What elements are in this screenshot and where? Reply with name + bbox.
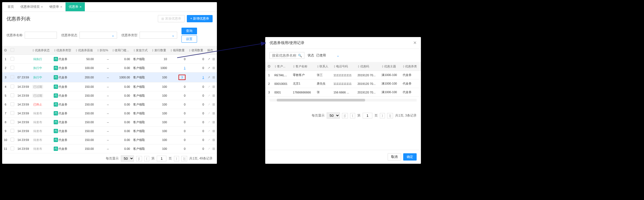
col-threshold[interactable]: ▲▼使用门槛... xyxy=(111,46,132,55)
row-checkbox[interactable] xyxy=(10,129,14,133)
qrcode-icon[interactable]: ⊞ xyxy=(212,75,215,79)
last-page-button[interactable]: ⟩| xyxy=(181,156,187,161)
share-icon[interactable]: ↗ xyxy=(208,138,210,142)
first-page-button[interactable]: |⟨ xyxy=(136,156,142,161)
modal-per-page-select[interactable]: 50 xyxy=(327,112,340,119)
row-checkbox[interactable] xyxy=(10,85,14,88)
filter-name-input[interactable] xyxy=(25,32,57,39)
tab-home[interactable]: 首页 xyxy=(4,2,17,11)
search-button[interactable]: 查询 xyxy=(181,28,197,34)
page-input[interactable] xyxy=(157,156,166,161)
qrcode-icon[interactable]: ⊞ xyxy=(212,147,215,151)
table-row[interactable]: 6 14 23:59 已终止 代代金券 150.00 -- 0.00 客户领取 … xyxy=(2,100,217,109)
horizontal-scrollbar[interactable] xyxy=(270,99,417,101)
settings-button[interactable]: 设置 xyxy=(181,35,197,43)
used-count-link[interactable]: 1 xyxy=(202,76,204,79)
qrcode-icon[interactable]: ⊞ xyxy=(212,85,215,89)
table-row[interactable]: 9 14 23:59 待发布 代代金券 150.00 -- 0.00 客户领取 … xyxy=(2,127,217,136)
prev-page-button[interactable]: ⟨ xyxy=(350,113,355,118)
tab-coupons[interactable]: 优惠券✕ xyxy=(66,2,85,11)
table-row[interactable]: 3 07 23:59 执行中 代代金券 200.00 -- 1000.00 客户… xyxy=(2,72,217,82)
col-status[interactable]: ▲▼优惠券状态 xyxy=(31,46,52,55)
row-checkbox[interactable] xyxy=(10,102,14,106)
table-row[interactable]: 5 14 23:59 已过期 代代金券 150.00 -- 0.00 客户领取 … xyxy=(2,91,217,100)
received-count-link[interactable]: 1 xyxy=(184,66,185,70)
qrcode-icon[interactable]: ⊞ xyxy=(212,111,215,115)
col-contact[interactable]: ▲▼联系人 xyxy=(315,62,332,71)
col-cust-name[interactable]: ▲▼客户名称 xyxy=(291,62,315,71)
table-row[interactable]: 3 0001 17666666666 张 156 6666 ... 201912… xyxy=(265,88,421,97)
modal-status-select[interactable]: 已使用 ⌄ xyxy=(316,53,339,58)
share-icon[interactable]: ↗ xyxy=(208,147,210,151)
share-icon[interactable]: ↗ xyxy=(208,57,210,61)
share-icon[interactable]: ↗ xyxy=(208,66,210,70)
qrcode-icon[interactable]: ⊞ xyxy=(212,103,215,106)
table-row[interactable]: 8 14 23:59 待发布 代代金券 150.00 -- 0.00 客户领取 … xyxy=(2,118,217,127)
per-page-select[interactable]: 50 xyxy=(121,155,134,162)
row-checkbox[interactable] xyxy=(10,147,14,150)
table-row[interactable]: 1 RETAIL... 零散客户 张三 11111111111 2019120 … xyxy=(265,71,421,79)
modal-page-input[interactable] xyxy=(363,113,372,118)
col-topic[interactable]: ▲▼优惠主题 xyxy=(380,62,401,71)
col-type[interactable]: ▲▼优惠券类型 xyxy=(52,46,74,55)
last-page-button[interactable]: ⟩| xyxy=(387,113,393,118)
col-coupon-code[interactable]: ▲▼优惠码 xyxy=(356,62,380,71)
row-checkbox[interactable] xyxy=(10,66,14,70)
qrcode-icon[interactable]: ⊞ xyxy=(212,57,215,61)
select-all-checkbox[interactable] xyxy=(10,48,14,52)
col-phone[interactable]: ▲▼电话号码 xyxy=(332,62,356,71)
qrcode-icon[interactable]: ⊞ xyxy=(212,120,215,124)
confirm-button[interactable]: 确定 xyxy=(403,153,417,161)
qrcode-icon[interactable]: ⊞ xyxy=(212,66,215,70)
row-checkbox[interactable] xyxy=(10,57,14,61)
share-icon[interactable]: ↗ xyxy=(208,75,210,79)
prev-page-button[interactable]: ⟨ xyxy=(144,156,149,161)
table-row[interactable]: 7 14 23:59 待发布 代代金券 150.00 -- 0.00 客户领取 … xyxy=(2,109,217,118)
add-coupon-button[interactable]: + 新增优惠券 xyxy=(187,15,213,22)
qrcode-icon[interactable]: ⊞ xyxy=(212,138,215,142)
share-icon[interactable]: ↗ xyxy=(208,111,210,115)
close-icon[interactable]: ✕ xyxy=(413,40,417,45)
filter-status-select[interactable] xyxy=(79,32,117,39)
distribute-coupon-button[interactable]: ⊞ 发放优惠券 xyxy=(158,15,185,22)
received-count-link[interactable]: 3 xyxy=(179,75,185,80)
next-page-button[interactable]: ⟩ xyxy=(380,113,385,118)
row-checkbox[interactable] xyxy=(10,93,14,97)
gear-icon[interactable]: ⚙ xyxy=(267,64,271,68)
share-icon[interactable]: ↗ xyxy=(208,94,210,97)
table-row[interactable]: 11 14 23:59 待发布 代代金券 150.00 -- 0.00 客户领取… xyxy=(2,144,217,153)
modal-search-input[interactable]: 🔍 xyxy=(270,52,304,59)
filter-type-select[interactable] xyxy=(140,32,177,39)
close-icon[interactable]: ✕ xyxy=(41,5,43,8)
table-row[interactable]: 1 待执行 代代金券 50.00 -- 0.00 客户领取 10 0 0 ↗ ⊞ xyxy=(2,55,217,64)
gear-icon[interactable]: ⚙ xyxy=(4,48,7,52)
col-received[interactable]: ▲▼领用数量 xyxy=(169,46,187,55)
table-row[interactable]: 4 14 23:59 已过期 代代金券 150.00 -- 0.00 客户领取 … xyxy=(2,82,217,91)
tab-coupon-detail[interactable]: 优惠券详情页✕ xyxy=(17,2,46,11)
share-icon[interactable]: ↗ xyxy=(208,85,210,89)
cancel-button[interactable]: 取消 xyxy=(388,153,401,161)
share-icon[interactable]: ↗ xyxy=(208,120,210,124)
col-method[interactable]: ▲▼发放方式 xyxy=(132,46,150,55)
table-row[interactable]: 10 14 23:59 待发布 代代金券 150.00 -- 0.00 客户领取… xyxy=(2,136,217,144)
table-row[interactable]: 2 00010001 北京1 唐先生 11111111111 2019120 7… xyxy=(265,79,421,88)
col-issued[interactable]: ▲▼发行数量 xyxy=(150,46,169,55)
tab-sales-order[interactable]: 销货单✕ xyxy=(46,2,66,11)
row-checkbox[interactable] xyxy=(10,138,14,141)
search-icon[interactable]: 🔍 xyxy=(298,54,302,57)
table-row[interactable]: 2 执行中 代代金券 100.00 -- 0.00 客户领取 1000 1 0 … xyxy=(2,64,217,72)
first-page-button[interactable]: |⟨ xyxy=(342,113,348,118)
share-icon[interactable]: ↗ xyxy=(208,103,210,106)
col-cust-code[interactable]: ▲▼客户... xyxy=(273,62,291,71)
col-used[interactable]: ▲▼使用数量 xyxy=(187,46,206,55)
col-coupon-type[interactable]: ▲▼优惠券类 xyxy=(401,62,421,71)
qrcode-icon[interactable]: ⊞ xyxy=(212,129,215,133)
close-icon[interactable]: ✕ xyxy=(79,5,82,8)
col-discount[interactable]: ▲▼折扣% xyxy=(95,46,110,55)
col-face-value[interactable]: ▲▼优惠券面值 xyxy=(74,46,96,55)
row-checkbox[interactable] xyxy=(10,111,14,115)
share-icon[interactable]: ↗ xyxy=(208,129,210,133)
next-page-button[interactable]: ⟩ xyxy=(174,156,179,161)
row-checkbox[interactable] xyxy=(10,120,14,124)
close-icon[interactable]: ✕ xyxy=(60,5,62,8)
